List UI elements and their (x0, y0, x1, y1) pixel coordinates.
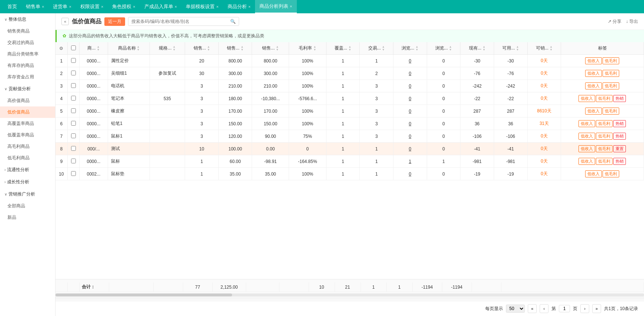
sidebar-group-liquidity[interactable]: › 流通性分析 (0, 164, 55, 176)
sidebar-group-growth[interactable]: › 成长性分析 (0, 176, 55, 188)
nav-permission[interactable]: 权限设置 × (76, 0, 108, 13)
row-name[interactable]: 电话机 (108, 80, 150, 92)
sidebar-group-overall[interactable]: ∨ 整体信息 (0, 13, 55, 26)
row-checkbox-cell[interactable] (67, 105, 79, 118)
row-checkbox[interactable] (71, 83, 76, 88)
row-browse1[interactable]: 0 (393, 118, 427, 130)
close-icon[interactable]: × (42, 4, 44, 9)
search-input[interactable] (131, 19, 229, 24)
nav-purchase-order[interactable]: 进货单 × (48, 0, 76, 13)
row-checkbox-cell[interactable] (67, 92, 79, 105)
row-browse1[interactable]: 0 (393, 80, 427, 92)
nav-product-analysis[interactable]: 商品分析 × (223, 0, 255, 13)
row-available-stock: -41 (494, 143, 527, 155)
scroll-thumb[interactable] (56, 293, 232, 296)
row-name[interactable]: 铅笔1 (108, 118, 150, 130)
row-checkbox[interactable] (71, 159, 76, 163)
filter-recent-month-button[interactable]: 近一月 (104, 17, 125, 26)
row-spec (150, 118, 185, 130)
sidebar-item-category-sales-rate[interactable]: 商品分类销售率 (0, 48, 55, 60)
nav-template[interactable]: 单据模板设置 × (181, 0, 223, 13)
row-checkbox-cell[interactable] (67, 118, 79, 130)
sidebar-item-low-margin[interactable]: 低毛利商品 (0, 152, 55, 164)
row-checkbox[interactable] (71, 108, 76, 113)
row-sales-amount: 300.00 (252, 67, 289, 80)
row-checkbox[interactable] (71, 121, 76, 126)
row-browse1[interactable]: 0 (393, 143, 427, 155)
close-icon[interactable]: × (133, 4, 135, 9)
close-icon[interactable]: × (175, 4, 177, 9)
row-num: 8 (56, 143, 67, 155)
collapse-sidebar-button[interactable]: « (61, 18, 69, 25)
nav-role-auth[interactable]: 角色授权 × (108, 0, 140, 13)
header-actions: ↗ 分享 ↓ 导出 (608, 18, 638, 25)
sidebar-item-high-margin[interactable]: 高毛利商品 (0, 141, 55, 152)
row-browse1[interactable]: 0 (393, 130, 427, 143)
row-browse1[interactable]: 1 (393, 155, 427, 168)
sidebar-item-stock-products[interactable]: 有库存的商品 (0, 60, 55, 71)
row-browse1[interactable]: 0 (393, 105, 427, 118)
sidebar-group-contribution[interactable]: ∨ 贡献值分析 (0, 83, 55, 95)
row-name[interactable]: 测试 (108, 143, 150, 155)
close-icon[interactable]: × (101, 4, 103, 9)
sidebar-item-low-coverage[interactable]: 低覆盖率商品 (0, 129, 55, 141)
close-icon[interactable]: × (216, 4, 218, 9)
close-icon[interactable]: × (248, 4, 251, 9)
row-name[interactable]: 笔记本 (108, 92, 150, 105)
row-name[interactable]: 鼠标1 (108, 130, 150, 143)
first-page-button[interactable]: « (528, 304, 537, 313)
tag-label: 低收入 (585, 57, 602, 64)
row-checkbox[interactable] (71, 171, 76, 176)
export-button[interactable]: ↓ 导出 (626, 18, 638, 25)
row-checkbox[interactable] (71, 96, 76, 101)
row-name[interactable]: 鼠标 (108, 155, 150, 168)
row-checkbox-cell[interactable] (67, 80, 79, 92)
row-name[interactable]: 橡皮擦 (108, 105, 150, 118)
row-checkbox-cell[interactable] (67, 130, 79, 143)
row-browse1[interactable]: 0 (393, 92, 427, 105)
search-icon[interactable]: 🔍 (230, 19, 236, 24)
row-code: 0002... (79, 168, 108, 180)
sidebar-group-marketing[interactable]: ∨ 营销推广分析 (0, 188, 55, 200)
prev-page-button[interactable]: ‹ (540, 304, 549, 313)
close-icon[interactable]: × (290, 4, 292, 9)
last-page-button[interactable]: » (592, 304, 601, 313)
nav-product-analysis-list[interactable]: 商品分析列表 × (255, 0, 296, 13)
row-name[interactable]: 吴细细1 (108, 67, 150, 80)
row-checkbox-cell[interactable] (67, 55, 79, 67)
row-name[interactable]: 属性定价 (108, 55, 150, 67)
row-sales-qty: 20 (185, 55, 219, 67)
row-checkbox-cell[interactable] (67, 143, 79, 155)
row-checkbox[interactable] (71, 133, 76, 138)
row-name[interactable]: 鼠标垫 (108, 168, 150, 180)
row-checkbox[interactable] (71, 71, 76, 75)
sidebar-item-low-value[interactable]: 低价值商品 (0, 106, 55, 118)
row-checkbox-cell[interactable] (67, 67, 79, 80)
page-size-select[interactable]: 50 100 200 (506, 305, 525, 313)
sidebar-item-stock-funds[interactable]: 库存资金占用 (0, 71, 55, 83)
nav-sales-order[interactable]: 销售单 × (21, 0, 48, 13)
col-tags: 标签 (561, 42, 644, 55)
page-number-input[interactable] (559, 305, 570, 312)
sidebar-item-all-products[interactable]: 全部商品 (0, 200, 55, 212)
row-checkbox[interactable] (71, 58, 76, 63)
close-icon[interactable]: × (69, 4, 71, 9)
sidebar-item-sales-products[interactable]: 销售类商品 (0, 26, 55, 37)
sidebar-item-high-coverage[interactable]: 高覆盖率商品 (0, 118, 55, 129)
row-browse1[interactable]: 0 (393, 55, 427, 67)
select-all-checkbox[interactable] (71, 45, 76, 50)
nav-product-stock[interactable]: 产成品入库单 × (140, 0, 181, 13)
nav-home[interactable]: 首页 (3, 0, 21, 13)
sidebar-item-traded-products[interactable]: 交易过的商品 (0, 37, 55, 48)
row-checkbox-cell[interactable] (67, 168, 79, 180)
row-checkbox[interactable] (71, 146, 76, 151)
sidebar-item-high-value[interactable]: 高价值商品 (0, 95, 55, 106)
sidebar-item-new-products[interactable]: 新品 (0, 212, 55, 223)
share-button[interactable]: ↗ 分享 (608, 18, 621, 25)
gear-icon[interactable]: ⚙ (59, 46, 63, 51)
row-code: 000/... (79, 143, 108, 155)
row-browse1[interactable]: 0 (393, 67, 427, 80)
next-page-button[interactable]: › (580, 304, 589, 313)
row-browse1[interactable]: 0 (393, 168, 427, 180)
row-checkbox-cell[interactable] (67, 155, 79, 168)
